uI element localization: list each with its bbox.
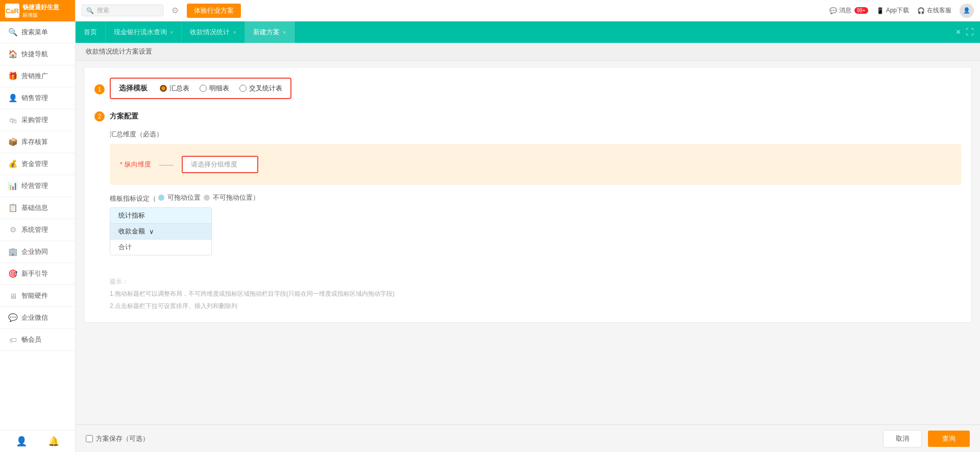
step2-header: 2 方案配置 [94, 111, 961, 122]
metrics-total-row: 合计 [110, 240, 211, 255]
tabs-actions: × ⛶ [956, 28, 980, 37]
message-icon: 💬 [829, 7, 837, 14]
tab-cashflow[interactable]: 现金银行流水查询 × [106, 21, 182, 43]
radio-detail[interactable] [200, 85, 207, 92]
tab-bar: 首页 现金银行流水查询 × 收款情况统计 × 新建方案 × × ⛶ [76, 21, 980, 43]
sidebar-label-quicknav: 快捷导航 [21, 50, 48, 59]
app-label: App下载 [886, 6, 909, 15]
total-label: 合计 [118, 243, 132, 251]
chat-icon: 💬 [8, 313, 17, 322]
user-avatar[interactable]: 👤 [960, 4, 974, 18]
tab-newplan-label: 新建方案 [253, 28, 280, 37]
template-options: 汇总表 明细表 交叉统计表 [160, 84, 282, 93]
option-detail[interactable]: 明细表 [200, 84, 229, 93]
sidebar-item-search[interactable]: 🔍 搜索菜单 [0, 21, 75, 43]
radio-cross[interactable] [239, 85, 247, 92]
sidebar-avatar: 👤 [16, 436, 27, 447]
sidebar-menu: 🔍 搜索菜单 🏠 快捷导航 🎁 营销推广 👤 销售管理 🛍 采购管理 📦 库存核… [0, 21, 75, 430]
sidebar-item-purchase[interactable]: 🛍 采购管理 [0, 109, 75, 131]
sidebar-item-operations[interactable]: 📊 经营管理 [0, 175, 75, 197]
option-cross-label: 交叉统计表 [249, 84, 282, 93]
tag-icon: 🏷 [8, 335, 17, 344]
home-icon: 🏠 [8, 50, 17, 59]
headset-icon: 🎧 [917, 7, 925, 14]
sidebar-label-guide: 新手引导 [21, 269, 48, 278]
bag-icon: 🛍 [8, 115, 17, 125]
tab-cashflow-close[interactable]: × [170, 29, 173, 35]
dim-select[interactable]: 请选择分组维度 [182, 156, 258, 173]
dropdown-icon[interactable]: ∨ [149, 228, 154, 235]
metrics-col-row[interactable]: 收款金额 ∨ [110, 224, 211, 240]
sidebar-item-enterprise[interactable]: 🏢 企业协同 [0, 241, 75, 263]
sidebar-item-sales[interactable]: 👤 销售管理 [0, 87, 75, 109]
tips-title: 提示： [110, 278, 128, 285]
col-label: 收款金额 [118, 227, 145, 236]
tab-receipts[interactable]: 收款情况统计 × [182, 21, 244, 43]
tab-newplan-close[interactable]: × [283, 29, 286, 35]
sidebar-item-quicknav[interactable]: 🏠 快捷导航 [0, 43, 75, 65]
notification-badge: 99+ [854, 7, 868, 14]
tab-receipts-label: 收款情况统计 [190, 28, 230, 37]
search-icon: 🔍 [86, 7, 94, 14]
sidebar-item-basics[interactable]: 📋 基础信息 [0, 197, 75, 219]
service-action[interactable]: 🎧 在线客服 [917, 6, 951, 15]
metrics-settings-label: 模板指标设定（ 可拖动位置 不可拖动位置） [110, 193, 961, 203]
search-bar[interactable]: 🔍 搜索 [82, 5, 163, 16]
nondraggable-indicator [204, 195, 210, 201]
sidebar-item-hardware[interactable]: 🖥 智能硬件 [0, 285, 75, 307]
target-icon: 🎯 [8, 269, 17, 278]
window-expand-btn[interactable]: ⛶ [966, 28, 974, 37]
nondraggable-label: 不可拖动位置） [213, 193, 259, 202]
settings-icon[interactable]: ⚙ [172, 6, 179, 15]
breadcrumb: 收款情况统计方案设置 [76, 43, 980, 61]
topbar: 🔍 搜索 ⚙ 体验行业方案 💬 消息 99+ 📱 App下载 🎧 在线客服 👤 [76, 0, 980, 21]
monitor-icon: 🖥 [8, 291, 17, 300]
footer-save-area: 方案保存（可选） [86, 434, 149, 443]
gift-icon: 🎁 [8, 72, 17, 81]
trial-button[interactable]: 体验行业方案 [187, 4, 241, 18]
logo-badge: 标准版 [22, 12, 59, 19]
metrics-section: 模板指标设定（ 可拖动位置 不可拖动位置） 统计指标 [110, 193, 961, 265]
tab-home-label: 首页 [84, 28, 97, 37]
sidebar-notification: 🔔 [48, 436, 59, 447]
notification-action[interactable]: 💬 消息 99+ [829, 6, 868, 15]
sidebar-label-operations: 经营管理 [21, 181, 48, 191]
app-download-action[interactable]: 📱 App下载 [876, 6, 909, 15]
sidebar-item-member[interactable]: 🏷 畅会员 [0, 329, 75, 351]
tip-1: 1.拖动标题栏可以调整布局，不可跨维度或指标区域拖动栏目字段(只能在同一维度或指… [110, 288, 961, 300]
sidebar-item-marketing[interactable]: 🎁 营销推广 [0, 65, 75, 87]
sidebar-label-inventory: 库存核算 [21, 137, 48, 147]
sidebar-item-funds[interactable]: 💰 资金管理 [0, 153, 75, 175]
sidebar-label-member: 畅会员 [21, 335, 41, 344]
footer: 方案保存（可选） 取消 查询 [76, 424, 980, 452]
sidebar-item-wechat[interactable]: 💬 企业微信 [0, 307, 75, 329]
window-close-btn[interactable]: × [956, 28, 961, 37]
step1-header: 1 选择模板 汇总表 明细表 交叉统 [94, 78, 961, 101]
option-cross[interactable]: 交叉统计表 [239, 84, 282, 93]
option-summary[interactable]: 汇总表 [160, 84, 189, 93]
template-selection-box: 选择模板 汇总表 明细表 交叉统计表 [110, 78, 291, 99]
notification-label: 消息 [839, 6, 851, 15]
tips-area: 提示： 1.拖动标题栏可以调整布局，不可跨维度或指标区域拖动栏目字段(只能在同一… [110, 275, 961, 312]
sidebar-item-guide[interactable]: 🎯 新手引导 [0, 263, 75, 285]
service-label: 在线客服 [927, 6, 951, 15]
sidebar-label-enterprise: 企业协同 [21, 247, 48, 256]
tab-cashflow-label: 现金银行流水查询 [114, 28, 167, 37]
sidebar-bottom: 👤 🔔 [0, 430, 75, 452]
radio-summary[interactable] [160, 85, 167, 92]
user-icon: 👤 [8, 93, 17, 103]
sidebar-item-system[interactable]: ⚙ 系统管理 [0, 219, 75, 241]
tab-home[interactable]: 首页 [76, 21, 106, 43]
save-checkbox[interactable] [86, 435, 93, 442]
metrics-table-header: 统计指标 [110, 208, 211, 224]
option-summary-label: 汇总表 [169, 84, 189, 93]
row-dim-label: 纵向维度 [120, 160, 151, 169]
step2-section: 2 方案配置 汇总维度（必选） 纵向维度 —— 请选择分组维度 模板指标设定（ [94, 111, 961, 312]
tab-receipts-close[interactable]: × [233, 29, 236, 35]
sidebar-item-inventory[interactable]: 📦 库存核算 [0, 131, 75, 153]
sidebar-label-funds: 资金管理 [21, 159, 48, 169]
tab-newplan[interactable]: 新建方案 × [245, 21, 295, 43]
search-placeholder: 搜索 [97, 6, 109, 15]
query-button[interactable]: 查询 [928, 431, 970, 447]
cancel-button[interactable]: 取消 [883, 430, 922, 447]
